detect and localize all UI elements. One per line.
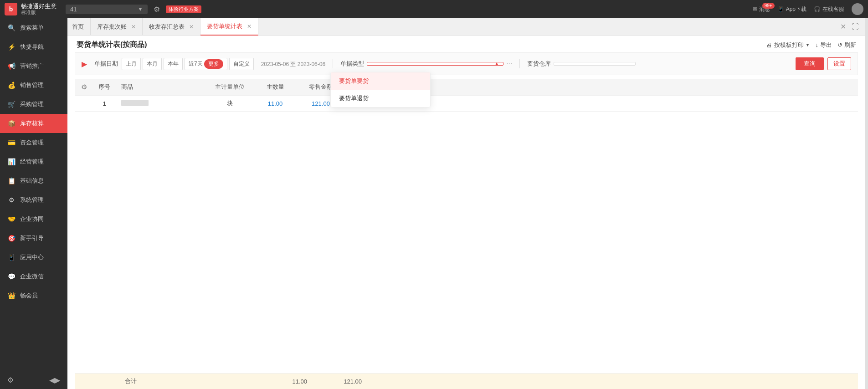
app-logo: b [5,3,17,15]
page-header: 要货单统计表(按商品) 🖨 按模板打印 ▼ ↓ 导出 ↺ 刷新 [67,36,865,52]
maximize-tab-btn[interactable]: ⛶ [850,21,861,33]
sidebar-item-purchase[interactable]: 🛒 采购管理 [0,95,67,114]
message-btn[interactable]: ✉ 消息 99+ [753,5,770,13]
page-header-actions: 🖨 按模板打印 ▼ ↓ 导出 ↺ 刷新 [766,41,856,49]
filter-last-month-btn[interactable]: 上月 [122,58,141,70]
filter-expand-btn[interactable]: ▶ [82,60,87,68]
sidebar-item-guide[interactable]: 🎯 新手引导 [0,229,67,248]
headphone-icon: 🎧 [814,6,821,12]
refresh-btn[interactable]: ↺ 刷新 [837,41,856,49]
filter-this-year-btn[interactable]: 本年 [164,58,183,70]
tab-home[interactable]: 首页 [72,18,91,36]
avatar[interactable] [852,3,863,15]
export-btn[interactable]: ↓ 导出 [816,41,832,49]
lightning-icon: ⚡ [7,43,15,51]
date-filter-label: 单据日期 [94,60,118,68]
tab-close-receivable-summary[interactable]: ✕ [189,24,194,30]
member-icon: 👑 [7,292,15,300]
col-product: 商品 [116,79,207,96]
tab-order-stats[interactable]: 要货单统计表 ✕ [200,18,258,36]
print-template-btn[interactable]: 🖨 按模板打印 ▼ [766,41,810,49]
app-download-btn[interactable]: 📱 App下载 [777,5,806,13]
close-all-tabs-btn[interactable]: ✕ [838,20,848,33]
tab-bar-actions: ✕ ⛶ [838,20,861,33]
sidebar-item-app-center[interactable]: 📱 应用中心 [0,248,67,267]
table-settings-icon[interactable]: ⚙ [81,83,87,91]
cell-unit: 块 [207,96,252,112]
sidebar-item-basic-info[interactable]: 📋 基础信息 [0,171,67,190]
settings-bottom-icon[interactable]: ⚙ [7,376,14,384]
filter-separator-2 [519,59,520,68]
finance-icon: 💳 [7,138,15,147]
filter-separator-1 [333,59,333,68]
operations-icon: 📊 [7,158,15,166]
sidebar-item-member[interactable]: 👑 畅会员 [0,286,67,305]
cell-settings [75,96,93,112]
resize-handle[interactable] [865,18,868,389]
message-count: 99+ [762,3,775,9]
filter-date-group: 单据日期 上月 本月 本年 近7天 更多 自定义 [94,58,254,70]
data-table: ⚙ 序号 商品 主计量单位 主数量 零售金额 [75,79,858,112]
filter-this-month-btn[interactable]: 本月 [143,58,162,70]
query-btn[interactable]: 查询 [796,57,824,70]
sidebar-item-inventory[interactable]: 📦 库存核算 [0,114,67,133]
tab-inventory-batch[interactable]: 库存批次账 ✕ [91,18,143,36]
filter-date-range: 2023-05-06 至 2023-06-06 [261,61,325,68]
print-icon: 🖨 [766,41,772,48]
filter-warehouse-group: 要货仓库 [527,60,636,68]
purchase-icon: 🛒 [7,100,15,108]
sidebar-item-quick-nav[interactable]: ⚡ 快捷导航 [0,37,67,56]
table-container: ⚙ 序号 商品 主计量单位 主数量 零售金额 [75,79,858,373]
filter-more-btn[interactable]: 更多 [204,59,223,69]
tab-bar: 首页 库存批次账 ✕ 收发存汇总表 ✕ 要货单统计表 ✕ ✕ ⛶ [67,18,865,36]
topbar: b 畅捷通好生意 标准版 41 ▼ ⚙ 体验行业方案 ✉ 消息 99+ 📱 Ap… [0,0,868,18]
online-service-btn[interactable]: 🎧 在线客服 [814,5,844,13]
filter-last-7days-btn[interactable]: 近7天 更多 [185,58,227,70]
doc-type-more-icon[interactable]: ··· [506,60,512,68]
product-blurred-text [121,100,149,106]
tab-close-order-stats[interactable]: ✕ [247,23,252,30]
print-chevron-icon: ▼ [806,42,810,47]
footer-amount: 121.00 [313,378,367,385]
sidebar-item-operations[interactable]: 📊 经营管理 [0,152,67,171]
tab-receivable-summary[interactable]: 收发存汇总表 ✕ [143,18,200,36]
doc-type-select[interactable]: ▲ [367,62,503,66]
sidebar-item-search[interactable]: 🔍 搜索菜单 [0,18,67,37]
sidebar-item-sales[interactable]: 💰 销售管理 [0,76,67,95]
table-header: ⚙ 序号 商品 主计量单位 主数量 零售金额 [75,79,858,96]
collapse-icon[interactable]: ◀▶ [49,376,60,384]
app-version: 标准版 [21,10,56,15]
sidebar-item-wechat[interactable]: 💬 企业微信 [0,267,67,286]
export-icon: ↓ [816,41,819,48]
dropdown-item-order[interactable]: 要货单要货 [331,72,430,90]
cell-quantity: 11.00 [252,96,298,112]
table-row: 1 块 11.00 121.00 [75,96,858,112]
sidebar-item-enterprise[interactable]: 🤝 企业协同 [0,210,67,229]
app-center-icon: 📱 [7,253,15,261]
marketing-icon: 📢 [7,62,15,70]
basic-info-icon: 📋 [7,177,15,185]
col-unit: 主计量单位 [207,79,252,96]
trial-btn[interactable]: 体验行业方案 [166,5,201,13]
system-icon: ⚙ [7,196,15,204]
filter-date-buttons: 上月 本月 本年 近7天 更多 自定义 [122,58,254,70]
filter-doc-type-group: 单据类型 ▲ ··· [340,60,512,68]
enterprise-icon: 🤝 [7,215,15,223]
phone-icon: 📱 [777,6,784,12]
filter-custom-btn[interactable]: 自定义 [229,58,254,70]
sales-icon: 💰 [7,81,15,89]
topbar-middle: 41 ▼ ⚙ 体验行业方案 [66,4,753,15]
sidebar-item-marketing[interactable]: 📢 营销推广 [0,56,67,76]
dropdown-item-return[interactable]: 要货单退货 [331,90,430,107]
warehouse-filter-label: 要货仓库 [527,60,551,68]
settings-btn[interactable]: 设置 [827,57,851,70]
main-layout: 🔍 搜索菜单 ⚡ 快捷导航 📢 营销推广 💰 销售管理 🛒 采购管理 📦 [0,18,868,389]
tab-close-inventory-batch[interactable]: ✕ [131,24,136,30]
sidebar: 🔍 搜索菜单 ⚡ 快捷导航 📢 营销推广 💰 销售管理 🛒 采购管理 📦 [0,18,67,389]
sidebar-item-finance[interactable]: 💳 资金管理 [0,133,67,152]
doc-type-filter-label: 单据类型 [340,60,364,68]
sidebar-item-system[interactable]: ⚙ 系统管理 [0,190,67,210]
tab-count-box[interactable]: 41 ▼ [66,5,148,14]
warehouse-select[interactable] [554,62,636,66]
topbar-settings-icon[interactable]: ⚙ [151,4,162,15]
